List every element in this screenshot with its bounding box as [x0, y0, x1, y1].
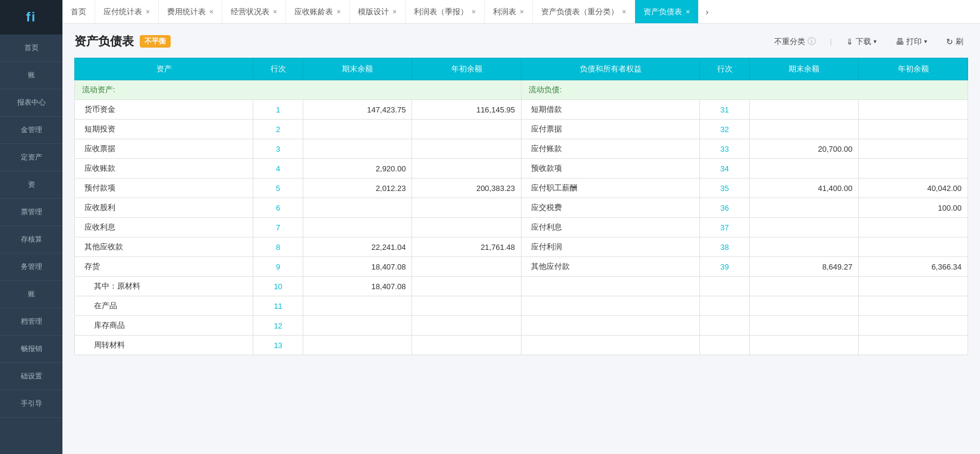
row-num-left: 12	[253, 316, 303, 336]
begin-balance-left	[412, 336, 522, 355]
sidebar-item-account2[interactable]: 账	[0, 281, 62, 308]
begin-balance-right	[859, 218, 968, 237]
tab-template-design-close[interactable]: ×	[392, 8, 397, 16]
begin-balance-left	[412, 257, 522, 277]
sidebar-item-account[interactable]: 账	[0, 62, 62, 89]
sidebar-item-fixed-assets[interactable]: 定资产	[0, 144, 62, 171]
row-num-left: 5	[253, 179, 303, 198]
end-balance-right	[749, 237, 859, 257]
end-balance-right	[749, 100, 859, 120]
row-num-right: 33	[700, 139, 749, 159]
sidebar-item-settings[interactable]: 础设置	[0, 363, 62, 390]
download-label: 下载	[856, 36, 871, 47]
tab-expense-stats-close[interactable]: ×	[209, 8, 213, 16]
row-num-right	[700, 336, 749, 355]
liability-name	[521, 316, 699, 336]
tab-template-design[interactable]: 模版设计 ×	[350, 0, 406, 23]
end-balance-left: 18,407.08	[303, 257, 412, 277]
page-title-area: 资产负债表 不平衡	[74, 33, 171, 49]
end-balance-right	[749, 218, 859, 237]
tab-balance-reclassified-label: 资产负债表（重分类）	[541, 7, 618, 17]
tab-profit-close[interactable]: ×	[520, 8, 524, 16]
row-num-left: 1	[253, 100, 303, 120]
sidebar-item-expense[interactable]: 畅报销	[0, 336, 62, 363]
tab-payable-stats-close[interactable]: ×	[146, 8, 150, 16]
sidebar-item-tax-mgmt[interactable]: 务管理	[0, 253, 62, 281]
tab-payable-stats[interactable]: 应付统计表 ×	[95, 0, 159, 23]
begin-balance-left	[412, 316, 522, 336]
tab-balance-reclassified[interactable]: 资产负债表（重分类） ×	[533, 0, 635, 23]
begin-balance-left: 200,383.23	[412, 179, 522, 198]
sidebar-item-report-center[interactable]: 报表中心	[0, 89, 62, 117]
begin-balance-right: 40,042.00	[859, 179, 968, 198]
download-btn[interactable]: ⇓ 下载 ▾	[841, 34, 881, 49]
begin-balance-left	[412, 139, 522, 159]
sidebar-item-inventory[interactable]: 存核算	[0, 226, 62, 253]
tab-receivable-aging[interactable]: 应收账龄表 ×	[286, 0, 350, 23]
report-table: 资产 行次 期末余额 年初余额 负债和所有者权益 行次 期末余额 年初余额 流动…	[74, 58, 968, 355]
sidebar-item-assets[interactable]: 资	[0, 171, 62, 199]
tab-scroll-right[interactable]: ›	[699, 0, 715, 23]
end-balance-right	[749, 198, 859, 218]
end-balance-left: 18,407.08	[303, 277, 412, 296]
page-header: 资产负债表 不平衡 不重分类 ⓘ | ⇓ 下载 ▾ 🖶 打印 ▾	[74, 33, 968, 49]
download-icon: ⇓	[846, 37, 853, 46]
tab-profit-quarterly[interactable]: 利润表（季报） ×	[406, 0, 485, 23]
liability-name: 应付职工薪酬	[521, 179, 699, 198]
sidebar-item-file-mgmt[interactable]: 档管理	[0, 308, 62, 336]
tab-home-label: 首页	[71, 7, 86, 17]
table-row: 存货 9 18,407.08 其他应付款 39 8,649.27 6,366.3…	[75, 257, 968, 277]
asset-name: 其他应收款	[75, 237, 253, 257]
asset-name: 应收票据	[75, 139, 253, 159]
row-num-left: 10	[253, 277, 303, 296]
tab-profit[interactable]: 利润表 ×	[485, 0, 533, 23]
print-icon: 🖶	[896, 37, 904, 46]
end-balance-right	[749, 336, 859, 355]
end-balance-left	[303, 198, 412, 218]
tab-template-design-label: 模版设计	[358, 7, 389, 17]
content-area: 资产负债表 不平衡 不重分类 ⓘ | ⇓ 下载 ▾ 🖶 打印 ▾	[62, 24, 980, 454]
table-row: 在产品 11	[75, 296, 968, 316]
sidebar-item-fund-mgmt[interactable]: 金管理	[0, 117, 62, 144]
sidebar-item-ticket-mgmt[interactable]: 票管理	[0, 199, 62, 226]
sidebar-item-guide[interactable]: 手引导	[0, 390, 62, 418]
row-num-left: 8	[253, 237, 303, 257]
row-num-right	[700, 316, 749, 336]
asset-name: 存货	[75, 257, 253, 277]
begin-balance-left	[412, 296, 522, 316]
col-asset: 资产	[75, 58, 253, 80]
asset-name: 应收股利	[75, 198, 253, 218]
print-chevron-icon: ▾	[924, 38, 927, 45]
begin-balance-right	[859, 277, 968, 296]
asset-name: 在产品	[75, 296, 253, 316]
end-balance-left	[303, 336, 412, 355]
tab-balance[interactable]: 资产负债表 ×	[635, 0, 699, 23]
tab-business-status-close[interactable]: ×	[273, 8, 277, 16]
table-row: 应收票据 3 应付账款 33 20,700.00	[75, 139, 968, 159]
tab-expense-stats[interactable]: 费用统计表 ×	[159, 0, 222, 23]
col-row-num-left: 行次	[253, 58, 303, 80]
no-reclassify-btn[interactable]: 不重分类 ⓘ	[769, 34, 821, 49]
liability-name: 应付利润	[521, 237, 699, 257]
end-balance-left: 22,241.04	[303, 237, 412, 257]
col-begin-balance-right: 年初余额	[859, 58, 968, 80]
tab-balance-reclassified-close[interactable]: ×	[622, 8, 626, 16]
begin-balance-left: 116,145.95	[412, 100, 522, 120]
row-num-left: 3	[253, 139, 303, 159]
end-balance-left: 2,012.23	[303, 179, 412, 198]
tab-business-status[interactable]: 经营状况表 ×	[222, 0, 286, 23]
tab-balance-close[interactable]: ×	[686, 8, 690, 16]
liability-name	[521, 277, 699, 296]
tab-profit-quarterly-close[interactable]: ×	[472, 8, 476, 16]
refresh-btn[interactable]: ↻ 刷	[941, 34, 968, 49]
liability-name: 应付票据	[521, 120, 699, 139]
col-begin-balance-left: 年初余额	[412, 58, 522, 80]
table-row: 短期投资 2 应付票据 32	[75, 120, 968, 139]
table-row: 应收账款 4 2,920.00 预收款项 34	[75, 159, 968, 179]
sidebar-item-home[interactable]: 首页	[0, 35, 62, 62]
tab-expense-stats-label: 费用统计表	[167, 7, 206, 17]
help-icon[interactable]: ⓘ	[808, 36, 816, 47]
tab-receivable-aging-close[interactable]: ×	[337, 8, 341, 16]
print-btn[interactable]: 🖶 打印 ▾	[891, 34, 932, 49]
tab-home[interactable]: 首页	[62, 0, 95, 23]
